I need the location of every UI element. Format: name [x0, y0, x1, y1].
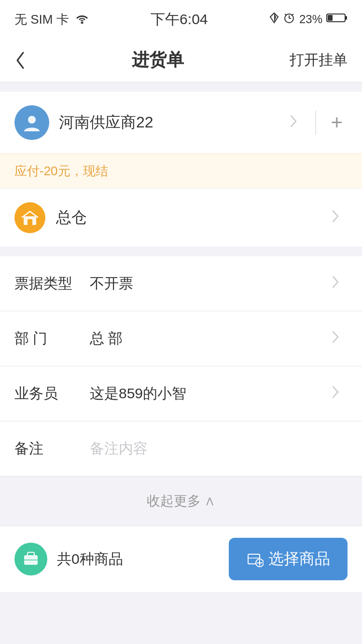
invoice-type-label: 票据类型 — [14, 274, 82, 294]
invoice-type-chevron-icon — [331, 275, 340, 293]
svg-rect-6 — [328, 15, 333, 21]
add-supplier-button[interactable]: + — [326, 111, 348, 134]
supplier-divider — [315, 111, 316, 135]
supplier-chevron-icon — [289, 114, 298, 132]
notice-bar: 应付-20元，现结 — [0, 154, 362, 188]
supplier-section: 河南供应商22 + 应付-20元，现结 总仓 — [0, 92, 362, 247]
svg-rect-9 — [28, 219, 32, 225]
product-icon — [14, 543, 47, 575]
salesperson-value: 这是859的小智 — [82, 384, 331, 404]
battery-text: 23% — [299, 13, 322, 26]
remark-input[interactable]: 备注内容 — [82, 439, 348, 459]
product-info: 共0种商品 — [14, 543, 123, 575]
section-gap-1 — [0, 82, 362, 92]
form-section: 票据类型 不开票 部 门 总 部 业务员 这是859的小智 — [0, 256, 362, 476]
remark-label: 备注 — [14, 439, 82, 459]
department-chevron-icon — [331, 330, 340, 348]
alarm-icon — [283, 12, 295, 27]
svg-rect-5 — [345, 16, 347, 20]
bottom-bar: 共0种商品 选择商品 — [0, 526, 362, 592]
salesperson-label: 业务员 — [14, 384, 82, 404]
back-button[interactable] — [14, 51, 26, 70]
select-product-label: 选择商品 — [268, 548, 330, 570]
form-row-department[interactable]: 部 门 总 部 — [0, 311, 362, 366]
gray-background — [0, 592, 362, 644]
battery-icon — [326, 13, 348, 26]
status-right: 23% — [269, 12, 348, 27]
warehouse-chevron-icon — [331, 209, 340, 227]
select-product-button[interactable]: 选择商品 — [229, 538, 348, 580]
product-count: 共0种商品 — [57, 549, 123, 569]
warehouse-name: 总仓 — [56, 207, 331, 228]
supplier-row[interactable]: 河南供应商22 + — [0, 92, 362, 154]
collapse-label: 收起更多 ∧ — [147, 492, 216, 510]
form-row-remark[interactable]: 备注 备注内容 — [0, 421, 362, 476]
page-title: 进货单 — [132, 48, 184, 72]
warehouse-row[interactable]: 总仓 — [0, 188, 362, 247]
location-icon — [269, 12, 279, 27]
status-time: 下午6:04 — [151, 10, 208, 29]
wifi-icon — [75, 12, 89, 27]
status-left: 无 SIM 卡 — [14, 11, 89, 28]
form-row-invoice-type[interactable]: 票据类型 不开票 — [0, 256, 362, 311]
nav-bar: 进货单 打开挂单 — [0, 39, 362, 82]
salesperson-chevron-icon — [331, 385, 340, 403]
supplier-avatar — [14, 105, 49, 140]
status-bar: 无 SIM 卡 下午6:04 — [0, 0, 362, 39]
svg-point-7 — [28, 116, 36, 124]
collapse-row[interactable]: 收起更多 ∧ — [0, 476, 362, 526]
department-value: 总 部 — [82, 329, 331, 349]
svg-point-0 — [81, 21, 83, 24]
form-row-salesperson[interactable]: 业务员 这是859的小智 — [0, 366, 362, 421]
open-pending-button[interactable]: 打开挂单 — [290, 50, 348, 70]
department-label: 部 门 — [14, 329, 82, 349]
carrier-text: 无 SIM 卡 — [14, 11, 69, 28]
warehouse-icon — [14, 202, 45, 233]
invoice-type-value: 不开票 — [82, 274, 331, 294]
supplier-name: 河南供应商22 — [59, 112, 289, 133]
notice-text: 应付-20元，现结 — [14, 164, 108, 178]
